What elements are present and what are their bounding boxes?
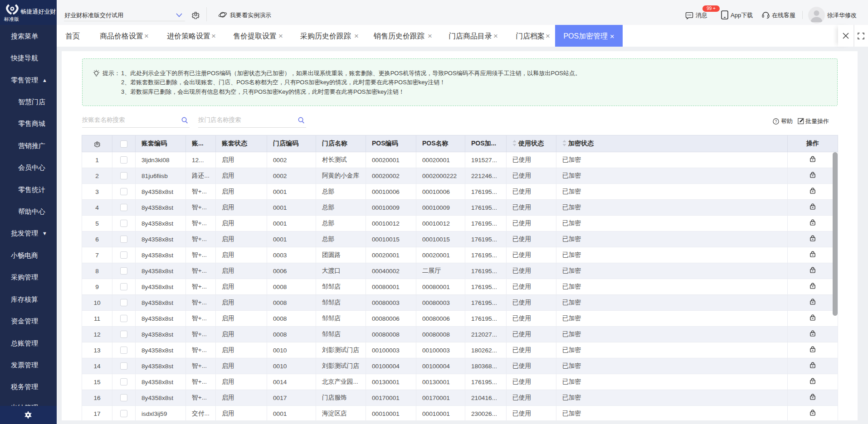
svg-text:?: ? <box>775 119 777 124</box>
